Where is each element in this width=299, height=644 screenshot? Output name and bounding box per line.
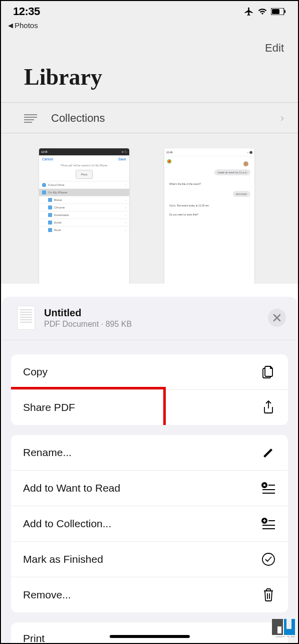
action-label: Rename... <box>23 447 72 459</box>
collections-row[interactable]: Collections › <box>1 102 298 133</box>
wifi-icon <box>257 7 268 16</box>
status-time: 12:35 <box>13 5 40 18</box>
share-icon <box>261 400 276 415</box>
trash-icon <box>261 587 276 602</box>
svg-rect-2 <box>284 10 285 13</box>
close-icon <box>273 314 281 322</box>
watermark: GADGETS TO USE <box>272 619 295 638</box>
action-group: Print <box>11 622 288 644</box>
home-indicator[interactable] <box>110 635 190 638</box>
back-label: Photos <box>15 21 38 30</box>
back-nav[interactable]: ◀ Photos <box>1 19 298 34</box>
svg-rect-1 <box>272 9 279 14</box>
document-subtitle: PDF Document · 895 KB <box>44 320 268 329</box>
star-list-icon <box>261 481 276 496</box>
sheet-header: Untitled PDF Document · 895 KB <box>2 297 297 340</box>
collections-icon <box>24 114 38 123</box>
plus-list-icon <box>261 516 276 531</box>
copy-icon <box>261 364 276 379</box>
copy-action[interactable]: Copy <box>11 354 288 389</box>
remove-action[interactable]: Remove... <box>11 577 288 612</box>
share-pdf-action[interactable]: Share PDF <box>11 389 288 425</box>
action-label: Print <box>23 632 45 644</box>
mark-finished-action[interactable]: Mark as Finished <box>11 541 288 577</box>
close-button[interactable] <box>268 309 286 327</box>
action-label: Mark as Finished <box>23 553 103 565</box>
add-to-collection-action[interactable]: Add to Collection... <box>11 506 288 541</box>
edit-button[interactable]: Edit <box>265 42 284 55</box>
thumbnails: 12:05✈ ⚫ CancelSave "Photo.pdf" will be … <box>1 133 298 284</box>
action-label: Add to Want to Read <box>23 482 120 494</box>
status-bar: 12:35 <box>1 1 298 19</box>
action-sheet: Untitled PDF Document · 895 KB Copy Shar… <box>2 297 297 643</box>
action-group: Copy Share PDF <box>11 354 288 425</box>
status-icons <box>244 7 286 17</box>
action-label: Copy <box>23 366 48 378</box>
collections-label: Collections <box>51 112 280 125</box>
action-label: Add to Collection... <box>23 518 111 530</box>
action-group: Rename... Add to Want to Read Add to Col… <box>11 435 288 612</box>
document-title: Untitled <box>44 307 268 319</box>
page-title: Library <box>1 55 298 102</box>
svg-point-11 <box>262 553 274 565</box>
document-thumbnail[interactable]: 10:49✈ ⚫ create an event for 11 a.m. Wha… <box>164 148 254 284</box>
document-thumbnail[interactable]: 12:05✈ ⚫ CancelSave "Photo.pdf" will be … <box>39 148 129 284</box>
battery-icon <box>271 8 286 15</box>
pencil-icon <box>261 445 276 460</box>
header-row: Edit <box>1 34 298 55</box>
print-action[interactable]: Print <box>11 622 288 644</box>
action-label: Remove... <box>23 589 71 601</box>
action-label: Share PDF <box>23 401 75 413</box>
want-to-read-action[interactable]: Add to Want to Read <box>11 470 288 506</box>
back-chevron-icon: ◀ <box>8 22 13 29</box>
document-icon <box>17 306 35 330</box>
airplane-icon <box>244 7 254 17</box>
checkmark-circle-icon <box>261 552 276 567</box>
chevron-right-icon: › <box>280 112 284 125</box>
rename-action[interactable]: Rename... <box>11 435 288 470</box>
